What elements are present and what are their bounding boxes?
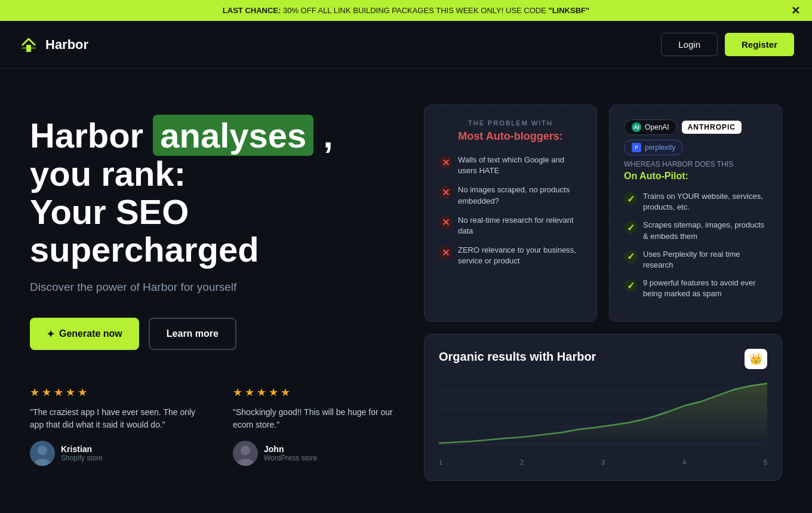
- star-5: ★: [78, 386, 87, 399]
- star-1: ★: [30, 386, 39, 399]
- announcement-prefix: LAST CHANCE:: [223, 6, 281, 15]
- problem-item-4: ✕ ZERO relevance to your business, servi…: [439, 245, 582, 266]
- logo-text: Harbor: [45, 37, 88, 53]
- feature-text-2: Scrapes sitemap, images, products & embe…: [643, 220, 767, 241]
- features-list: ✓ Trains on YOUR website, services, prod…: [624, 191, 767, 300]
- problem-text-4: ZERO relevance to your business, service…: [458, 245, 582, 266]
- review-card-2: ★ ★ ★ ★ ★ "Shockingly good!! This will b…: [233, 386, 400, 466]
- organic-results-card: Organic results with Harbor 👑: [424, 334, 782, 481]
- organic-header: Organic results with Harbor 👑: [439, 349, 767, 369]
- svg-rect-2: [21, 47, 36, 49]
- problem-item-2: ✕ No images scraped, no products embedde…: [439, 185, 582, 206]
- crown-badge: 👑: [745, 349, 767, 369]
- problem-items: ✕ Walls of text which Google and users H…: [439, 155, 582, 267]
- feature-item-1: ✓ Trains on YOUR website, services, prod…: [624, 191, 767, 213]
- hero-title-part1: Harbor: [30, 116, 143, 155]
- problem-text-1: Walls of text which Google and users HAT…: [458, 155, 582, 176]
- reviewer-1-avatar: [30, 441, 55, 466]
- header-actions: Login Register: [661, 33, 794, 56]
- perplexity-badge: P perplexity: [624, 140, 683, 155]
- chart-label-4: 4: [682, 459, 686, 466]
- left-column: Harbor analyses , you rank: Your SEO sup…: [30, 105, 400, 499]
- sparkle-icon: ✦: [47, 328, 54, 340]
- svg-point-4: [38, 446, 47, 455]
- harbor-features-panel: AI OpenAI ANTHROPIC P perplexity WHEREAS…: [609, 105, 782, 322]
- problem-text-3: No real-time research for relevant data: [458, 215, 582, 236]
- hero-subtitle: Discover the power of Harbor for yoursel…: [30, 281, 400, 294]
- chart-label-2: 2: [520, 459, 524, 466]
- hero-title: Harbor analyses , you rank: Your SEO sup…: [30, 116, 400, 269]
- check-icon-3: ✓: [624, 250, 637, 263]
- hero-title-line2: Your SEO supercharged: [30, 192, 259, 269]
- feature-text-4: 9 powerful features to avoid ever being …: [643, 278, 767, 299]
- login-button[interactable]: Login: [661, 33, 718, 56]
- review-1-text: "The craziest app I have ever seen. The …: [30, 406, 197, 431]
- problem-card: THE PROBLEM WITH Most Auto-bloggers: ✕ W…: [424, 105, 597, 322]
- register-button[interactable]: Register: [725, 33, 794, 56]
- star-4: ★: [66, 386, 75, 399]
- problem-x-icon-4: ✕: [439, 246, 452, 259]
- reviewer-1-info: Kristian Shopify store: [61, 444, 103, 462]
- autopilot-text: On Auto-Pilot:: [624, 171, 767, 182]
- star-2: ★: [42, 386, 51, 399]
- openai-label: OpenAI: [645, 123, 669, 131]
- organic-chart: [439, 379, 767, 456]
- star-5: ★: [281, 386, 290, 399]
- check-icon-2: ✓: [624, 221, 637, 234]
- feature-item-2: ✓ Scrapes sitemap, images, products & em…: [624, 220, 767, 241]
- reviewer-2-store: WordPress store: [264, 454, 317, 462]
- star-2: ★: [245, 386, 254, 399]
- chart-labels: 1 2 3 4 5: [439, 459, 767, 466]
- reviewer-1-store: Shopify store: [61, 454, 103, 462]
- problem-title: Most Auto-bloggers:: [439, 130, 582, 143]
- perplexity-label: perplexity: [645, 143, 675, 152]
- chart-container: [439, 379, 767, 456]
- feature-item-4: ✓ 9 powerful features to avoid ever bein…: [624, 278, 767, 299]
- whereas-text: WHEREAS HARBOR DOES THIS: [624, 160, 767, 168]
- star-1: ★: [233, 386, 242, 399]
- openai-icon: AI: [632, 122, 641, 132]
- svg-point-7: [241, 446, 250, 455]
- learn-more-button[interactable]: Learn more: [149, 318, 236, 350]
- reviewer-2-name: John: [264, 444, 317, 454]
- review-card-1: ★ ★ ★ ★ ★ "The craziest app I have ever …: [30, 386, 197, 466]
- reviewer-2-info: John WordPress store: [264, 444, 317, 462]
- problem-item-1: ✕ Walls of text which Google and users H…: [439, 155, 582, 176]
- hero-buttons: ✦ Generate now Learn more: [30, 318, 400, 350]
- problem-text-2: No images scraped, no products embedded?: [458, 185, 582, 206]
- announcement-suffix: USE CODE: [506, 6, 549, 15]
- reviewer-2: John WordPress store: [233, 441, 400, 466]
- problem-label: THE PROBLEM WITH: [439, 119, 582, 127]
- reviewer-2-avatar: [233, 441, 258, 466]
- problem-x-icon-1: ✕: [439, 156, 452, 169]
- close-announcement-button[interactable]: ✕: [791, 4, 800, 17]
- right-column: THE PROBLEM WITH Most Auto-bloggers: ✕ W…: [424, 105, 782, 499]
- generate-now-button[interactable]: ✦ Generate now: [30, 318, 139, 350]
- right-panels: THE PROBLEM WITH Most Auto-bloggers: ✕ W…: [424, 105, 782, 481]
- logo: Harbor: [18, 34, 88, 56]
- feature-text-3: Uses Perplexity for real time research: [643, 249, 767, 271]
- chart-label-5: 5: [764, 459, 767, 466]
- problem-x-icon-3: ✕: [439, 216, 452, 229]
- harbor-logo-icon: [18, 34, 39, 56]
- check-icon-4: ✓: [624, 279, 637, 292]
- review-1-stars: ★ ★ ★ ★ ★: [30, 386, 197, 399]
- header: Harbor Login Register: [0, 21, 812, 69]
- check-icon-1: ✓: [624, 192, 637, 205]
- review-2-stars: ★ ★ ★ ★ ★: [233, 386, 400, 399]
- problem-item-3: ✕ No real-time research for relevant dat…: [439, 215, 582, 236]
- announcement-message: 30% OFF ALL LINK BUILDING PACKAGES THIS …: [283, 6, 503, 15]
- review-2-text: "Shockingly good!! This will be huge for…: [233, 406, 400, 431]
- problem-x-icon-2: ✕: [439, 186, 452, 199]
- star-3: ★: [257, 386, 266, 399]
- announcement-code: "LINKSBF": [549, 6, 590, 15]
- feature-text-1: Trains on YOUR website, services, produc…: [643, 191, 767, 213]
- chart-label-3: 3: [601, 459, 605, 466]
- announcement-bar: LAST CHANCE: 30% OFF ALL LINK BUILDING P…: [0, 0, 812, 21]
- feature-item-3: ✓ Uses Perplexity for real time research: [624, 249, 767, 271]
- star-3: ★: [54, 386, 63, 399]
- anthropic-badge: ANTHROPIC: [682, 121, 742, 134]
- reviewer-1: Kristian Shopify store: [30, 441, 197, 466]
- openai-badge: AI OpenAI: [624, 119, 677, 135]
- organic-title: Organic results with Harbor: [439, 349, 596, 364]
